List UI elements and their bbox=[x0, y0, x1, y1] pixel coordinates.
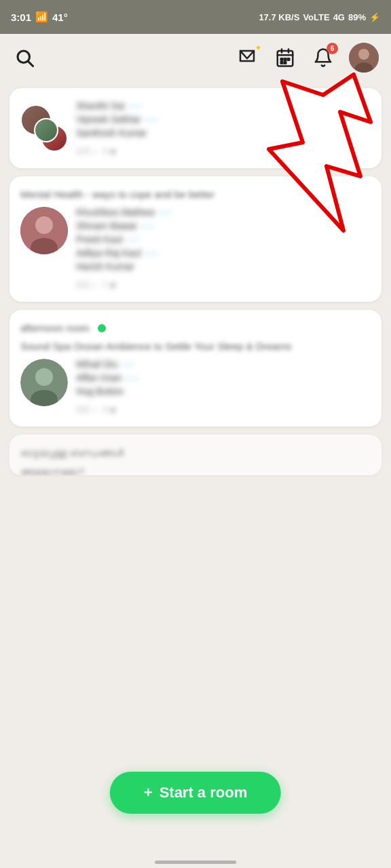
bottom-text-partial-2: അഭമാനമോ? bbox=[20, 466, 371, 475]
start-room-button[interactable]: + Start a room bbox=[110, 772, 281, 814]
network-type: 4G bbox=[333, 12, 345, 22]
home-indicator bbox=[155, 861, 236, 864]
start-room-label: Start a room bbox=[160, 784, 248, 802]
calendar-button[interactable] bbox=[273, 45, 297, 70]
profile-avatar[interactable] bbox=[349, 43, 379, 73]
notification-badge: 6 bbox=[327, 43, 338, 54]
member-name-3: Santhosh Kumar bbox=[76, 127, 371, 138]
card-3-header: afternoon room bbox=[20, 322, 371, 334]
member-khushboo: Khushboo Mathew ✓✓ bbox=[76, 207, 371, 218]
member-aditya: Aditya Raj Kaul ✓✓ bbox=[76, 248, 371, 258]
card-1-meta: 123 ♪ · 3 ◉ bbox=[76, 146, 371, 156]
card-2-title: Mental Health - ways to cope and be bett… bbox=[20, 189, 371, 200]
member-hug: Hug Button bbox=[76, 386, 371, 397]
card-3-room-name: afternoon room bbox=[20, 322, 90, 334]
data-speed: 17.7 KB/S bbox=[259, 12, 299, 22]
card-2-avatar bbox=[20, 207, 68, 254]
nav-bar: ✦ 6 bbox=[0, 34, 391, 81]
volte-label: VoLTE bbox=[303, 12, 329, 22]
svg-rect-10 bbox=[284, 62, 286, 64]
card-1-member-list: Shanthi Sai ✓✓ Vipreek Sekhar ✓✓ Santhos… bbox=[76, 100, 371, 156]
room-card-2[interactable]: Mental Health - ways to cope and be bett… bbox=[10, 176, 381, 302]
main-content: Shanthi Sai ✓✓ Vipreek Sekhar ✓✓ Santhos… bbox=[0, 81, 391, 482]
room-card-partial[interactable]: ഓട്ടയുള്ള ബന്ധങ്ങൾ അഭമാനമോ? bbox=[10, 435, 381, 475]
card-3-meta: 222 ♪ · 3 ◉ bbox=[76, 405, 371, 414]
card-2-members: Khushboo Mathew ✓✓ Shivam Bawar ✓✓ Preet… bbox=[20, 207, 371, 290]
svg-point-12 bbox=[358, 49, 369, 60]
plus-icon: + bbox=[144, 784, 153, 802]
signal-icon: 📶 bbox=[35, 11, 48, 23]
svg-line-1 bbox=[29, 62, 33, 66]
card-2-member-list: Khushboo Mathew ✓✓ Shivam Bawar ✓✓ Preet… bbox=[76, 207, 371, 290]
member-preeti: Preeti Kaul ✓✓ bbox=[76, 234, 371, 245]
card-3-avatar bbox=[20, 359, 68, 406]
member-shivam: Shivam Bawar ✓✓ bbox=[76, 220, 371, 231]
new-chat-button[interactable]: ✦ bbox=[235, 45, 259, 70]
svg-point-20 bbox=[35, 368, 53, 386]
member-mihail: Mihail Diu ✓✓ bbox=[76, 359, 371, 370]
room-card-1[interactable]: Shanthi Sai ✓✓ Vipreek Sekhar ✓✓ Santhos… bbox=[10, 88, 381, 168]
card-1-members: Shanthi Sai ✓✓ Vipreek Sekhar ✓✓ Santhos… bbox=[20, 100, 371, 156]
status-right: 17.7 KB/S VoLTE 4G 89% ⚡ bbox=[259, 12, 380, 22]
member-name-1: Shanthi Sai ✓✓ bbox=[76, 100, 371, 111]
member-name-2: Vipreek Sekhar ✓✓ bbox=[76, 114, 371, 125]
nav-icons: ✦ 6 bbox=[235, 43, 379, 73]
room-card-3[interactable]: afternoon room Sound Spa Ocean Ambience … bbox=[10, 310, 381, 427]
svg-rect-6 bbox=[281, 58, 283, 60]
svg-rect-8 bbox=[288, 58, 290, 60]
bottom-text-partial: ഓട്ടയുള്ള ബന്ധങ്ങൾ bbox=[20, 447, 371, 459]
member-affan: Affan Iman ✓✓ bbox=[76, 372, 371, 383]
svg-point-17 bbox=[35, 216, 53, 234]
live-indicator bbox=[98, 324, 106, 332]
notifications-button[interactable]: 6 bbox=[311, 45, 335, 70]
status-bar: 3:01 📶 41° 17.7 KB/S VoLTE 4G 89% ⚡ bbox=[0, 0, 391, 34]
card-3-members: Mihail Diu ✓✓ Affan Iman ✓✓ Hug Button 2… bbox=[20, 359, 371, 414]
status-left: 3:01 📶 41° bbox=[11, 11, 68, 23]
charging-icon: ⚡ bbox=[369, 12, 380, 22]
card-2-meta: 222 ♪ · 7 ◉ bbox=[76, 280, 371, 290]
time-display: 3:01 bbox=[11, 12, 31, 23]
svg-rect-7 bbox=[284, 58, 286, 60]
svg-rect-9 bbox=[281, 62, 283, 64]
member-harish: Harish Kumar bbox=[76, 261, 371, 272]
card-3-title: Sound Spa Ocean Ambience to Settle Your … bbox=[20, 340, 371, 352]
card-1-avatars bbox=[20, 104, 68, 152]
battery-level: 89% bbox=[348, 12, 366, 22]
card-3-member-list: Mihail Diu ✓✓ Affan Iman ✓✓ Hug Button 2… bbox=[76, 359, 371, 414]
signal-strength: 41° bbox=[52, 12, 68, 23]
search-button[interactable] bbox=[12, 45, 37, 70]
